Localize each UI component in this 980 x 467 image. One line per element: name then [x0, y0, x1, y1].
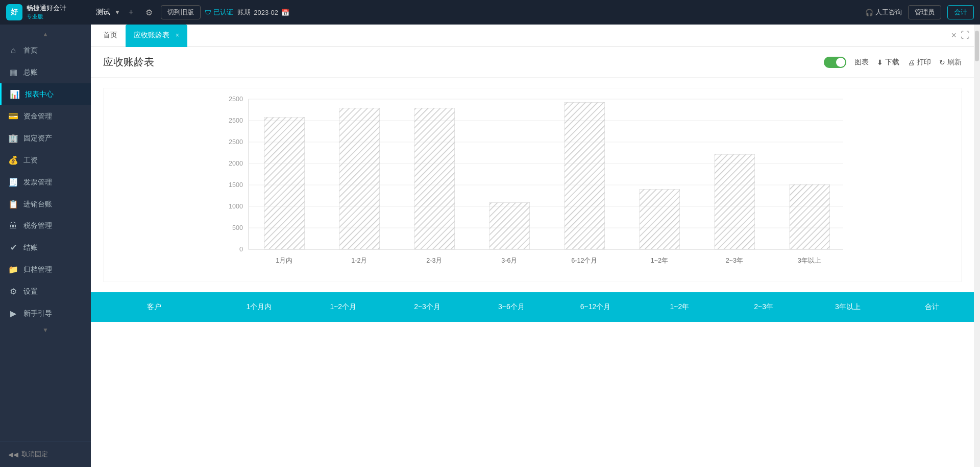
tab-close-icon[interactable]: ×	[176, 32, 179, 39]
tab-active-label: 应收账龄表	[134, 31, 169, 40]
sidebar-item-report[interactable]: 📊 报表中心	[0, 83, 91, 105]
sidebar-label-report: 报表中心	[25, 90, 54, 99]
svg-text:500: 500	[232, 224, 243, 231]
print-label: 打印	[917, 58, 931, 67]
tab-receivable-aging[interactable]: 应收账龄表 ×	[126, 25, 187, 47]
tab-actions: × ⛶	[951, 30, 970, 41]
tab-home-label: 首页	[103, 31, 117, 40]
header-middle: 测试 ▼ + ⚙ 切到旧版 🛡 已认证 账期 2023-02 📅	[88, 5, 865, 19]
refresh-button[interactable]: ↻ 刷新	[939, 58, 962, 67]
page-content: 应收账龄表 图表 ⬇ 下载 🖨 打印	[91, 47, 974, 467]
bar-2-3年	[715, 154, 755, 249]
bar-chart: 2500 2500 2500 2000 1500 1000 500 0	[104, 88, 961, 282]
svg-text:1500: 1500	[229, 181, 243, 189]
main-layout: ▲ ⌂ 首页 ▦ 总账 📊 报表中心 💳 资金管理 🏢 固定资产	[0, 25, 980, 467]
settings-icon[interactable]: ⚙	[141, 6, 157, 19]
print-button[interactable]: 🖨 打印	[908, 58, 931, 67]
assets-icon: 🏢	[8, 133, 18, 143]
scroll-up-button[interactable]: ▲	[0, 29, 91, 40]
add-button[interactable]: +	[125, 6, 137, 19]
svg-text:1000: 1000	[229, 203, 243, 210]
fund-icon: 💳	[8, 111, 18, 121]
print-icon: 🖨	[908, 58, 915, 66]
sidebar-item-salary[interactable]: 💰 工资	[0, 149, 91, 171]
sidebar-item-guide[interactable]: ▶ 新手引导	[0, 302, 91, 324]
sidebar-label-archive: 归档管理	[23, 265, 52, 274]
sidebar-item-invoice[interactable]: 🧾 发票管理	[0, 171, 91, 193]
calendar-icon[interactable]: 📅	[281, 9, 289, 16]
logo-sub: 专业版	[27, 13, 66, 20]
archive-icon: 📁	[8, 265, 18, 274]
logo-area: 好 畅捷通好会计 专业版	[6, 4, 88, 20]
svg-text:2-3月: 2-3月	[426, 257, 442, 264]
col-2-3year: 2~3年	[722, 292, 806, 322]
sidebar-scroll: ▲ ⌂ 首页 ▦ 总账 📊 报表中心 💳 资金管理 🏢 固定资产	[0, 25, 91, 441]
expand-window-button[interactable]: ⛶	[961, 30, 970, 41]
verified-label: 已认证	[213, 8, 233, 17]
chart-label: 图表	[854, 58, 869, 67]
salary-icon: 💰	[8, 155, 18, 165]
accountant-button[interactable]: 会计	[947, 5, 974, 19]
admin-button[interactable]: 管理员	[908, 5, 941, 19]
col-3-6month: 3~6个月	[469, 292, 553, 322]
period-value: 2023-02	[254, 9, 278, 16]
report-actions: 图表 ⬇ 下载 🖨 打印 ↻ 刷新	[824, 57, 962, 68]
svg-text:2000: 2000	[229, 160, 243, 167]
sidebar-item-settings[interactable]: ⚙ 设置	[0, 281, 91, 302]
guide-icon: ▶	[8, 309, 18, 318]
bar-1-2年	[640, 189, 680, 249]
download-button[interactable]: ⬇ 下载	[877, 58, 899, 67]
col-customer: 客户	[91, 292, 217, 322]
cancel-fixed-label: 取消固定	[21, 450, 48, 459]
sidebar-label-purchase: 进销台账	[23, 200, 52, 209]
col-3plus-year: 3年以上	[805, 292, 890, 322]
shield-icon: 🛡	[205, 9, 211, 16]
sidebar-item-purchase[interactable]: 📋 进销台账	[0, 193, 91, 215]
sidebar-label-tax: 税务管理	[23, 221, 52, 230]
sidebar-item-fund[interactable]: 💳 资金管理	[0, 105, 91, 127]
consult-label: 人工咨询	[875, 8, 902, 17]
purchase-icon: 📋	[8, 199, 18, 209]
col-1-2month: 1~2个月	[301, 292, 385, 322]
sidebar-item-tax[interactable]: 🏛 税务管理	[0, 215, 91, 237]
sidebar-label-close: 结账	[23, 243, 38, 252]
table-area: 客户 1个月内 1~2个月 2~3个月 3~6个月 6~12个月 1~2年 2~…	[91, 292, 974, 322]
consult-button[interactable]: 🎧 人工咨询	[865, 8, 902, 17]
home-icon: ⌂	[8, 46, 18, 55]
period-label: 账期	[237, 8, 251, 17]
bar-3年以上	[790, 184, 830, 249]
svg-text:1-2月: 1-2月	[351, 257, 367, 264]
switch-version-button[interactable]: 切到旧版	[161, 5, 201, 19]
sidebar-item-ledger[interactable]: ▦ 总账	[0, 61, 91, 83]
headset-icon: 🎧	[865, 9, 873, 16]
settings-icon: ⚙	[8, 287, 18, 296]
toggle-slider[interactable]	[824, 57, 846, 68]
download-icon: ⬇	[877, 58, 883, 66]
sidebar-item-home[interactable]: ⌂ 首页	[0, 40, 91, 61]
bar-1-2月	[339, 108, 380, 249]
table-header: 客户 1个月内 1~2个月 2~3个月 3~6个月 6~12个月 1~2年 2~…	[91, 292, 974, 322]
close-window-button[interactable]: ×	[951, 30, 957, 41]
sidebar-item-close[interactable]: ✔ 结账	[0, 237, 91, 259]
svg-text:2500: 2500	[229, 138, 243, 146]
scroll-down-button[interactable]: ▼	[0, 324, 91, 336]
sidebar-item-archive[interactable]: 📁 归档管理	[0, 259, 91, 281]
bar-2-3月	[414, 108, 455, 249]
pin-icon: ◀◀	[8, 451, 18, 458]
svg-text:2~3年: 2~3年	[726, 257, 743, 264]
report-header: 应收账龄表 图表 ⬇ 下载 🖨 打印	[91, 47, 974, 78]
top-header: 好 畅捷通好会计 专业版 测试 ▼ + ⚙ 切到旧版 🛡 已认证 账期 2023…	[0, 0, 980, 25]
logo-text: 畅捷通好会计	[27, 4, 66, 13]
tab-home[interactable]: 首页	[95, 25, 126, 47]
col-2-3month: 2~3个月	[385, 292, 470, 322]
scrollbar-thumb[interactable]	[975, 31, 979, 61]
company-name: 测试	[96, 8, 110, 17]
report-icon: 📊	[10, 89, 20, 99]
sidebar-item-assets[interactable]: 🏢 固定资产	[0, 127, 91, 149]
svg-text:3年以上: 3年以上	[798, 257, 821, 264]
scrollbar[interactable]	[974, 25, 980, 467]
cancel-fixed-button[interactable]: ◀◀ 取消固定	[0, 446, 91, 463]
company-dropdown-icon[interactable]: ▼	[114, 9, 120, 16]
download-label: 下载	[885, 58, 899, 67]
chart-toggle[interactable]	[824, 57, 846, 68]
